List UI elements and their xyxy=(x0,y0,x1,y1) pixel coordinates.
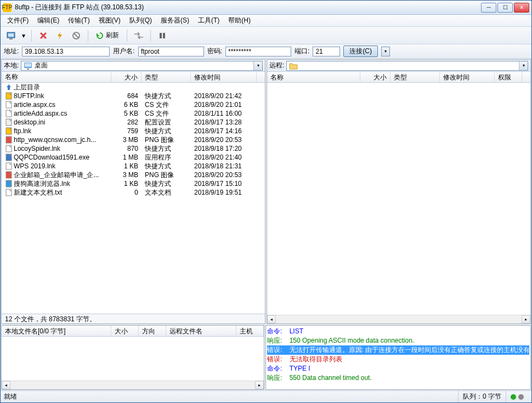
queue-body[interactable] xyxy=(2,337,264,381)
log-line: 命令: LIST xyxy=(267,327,529,336)
menu-item[interactable]: 队列(Q) xyxy=(125,15,156,26)
menu-item[interactable]: 文件(F) xyxy=(3,15,33,26)
list-item[interactable]: http_www.qcnsw.com_jc.h...3 MBPNG 图像2018… xyxy=(2,135,265,144)
list-item[interactable]: articleAdd.aspx.cs5 KBCS 文件2018/1/11 16:… xyxy=(2,109,265,118)
parent-dir-row[interactable]: 上层目录 xyxy=(2,83,265,92)
file-type: 文本文档 xyxy=(142,188,191,197)
col-date-header[interactable]: 修改时间 xyxy=(191,72,257,82)
reconnect-button[interactable] xyxy=(53,29,67,43)
scroll-right-button[interactable]: ▸ xyxy=(522,315,530,323)
dropdown-toggle[interactable]: ▾ xyxy=(20,29,27,43)
log-line: 命令: TYPE I xyxy=(267,364,529,373)
port-label: 端口: xyxy=(295,47,309,56)
list-item[interactable]: article.aspx.cs6 KBCS 文件2018/9/20 21:01 xyxy=(2,100,265,109)
connection-leds xyxy=(506,391,528,402)
site-manager-button[interactable] xyxy=(4,29,18,43)
address-input[interactable] xyxy=(22,47,110,56)
col-size-header[interactable]: 大小 xyxy=(360,72,390,82)
local-path-label: 本地: xyxy=(4,61,19,70)
file-date: 2018/9/20 20:53 xyxy=(191,171,257,179)
list-item[interactable]: LocoySpider.lnk870快捷方式2018/9/18 17:20 xyxy=(2,144,265,153)
connect-dropdown[interactable]: ▾ xyxy=(381,47,390,56)
local-path-combo[interactable]: 桌面 ▾ xyxy=(21,61,263,71)
file-size: 759 xyxy=(111,127,142,135)
svg-rect-13 xyxy=(6,128,12,134)
menu-item[interactable]: 传输(T) xyxy=(64,15,94,26)
file-type: 应用程序 xyxy=(142,153,191,162)
col-type-header[interactable]: 类型 xyxy=(390,72,440,82)
remote-list-body[interactable] xyxy=(267,83,530,315)
disconnect-button[interactable] xyxy=(36,29,50,43)
col-name-header[interactable]: 名称 xyxy=(267,72,360,82)
menu-item[interactable]: 编辑(E) xyxy=(33,15,64,26)
remote-hscroll[interactable]: ◂ ▸ xyxy=(267,315,530,323)
queue-hscroll[interactable]: ◂ ▸ xyxy=(2,381,264,389)
scroll-right-button[interactable]: ▸ xyxy=(255,381,264,389)
refresh-button[interactable]: 刷新 xyxy=(93,29,122,43)
svg-rect-16 xyxy=(6,154,12,161)
list-item[interactable]: 搜狗高速浏览器.lnk1 KB快捷方式2018/9/17 15:10 xyxy=(2,179,265,188)
menu-item[interactable]: 工具(T) xyxy=(194,15,224,26)
port-input[interactable] xyxy=(313,47,340,56)
menu-item[interactable]: 服务器(S) xyxy=(156,15,194,26)
transfer-mode-button[interactable] xyxy=(132,29,146,43)
col-perm-header[interactable]: 权限 xyxy=(495,72,522,82)
log-panel[interactable]: 命令: LIST响应: 150 Opening ASCII mode data … xyxy=(265,325,531,390)
menu-item[interactable]: 帮助(H) xyxy=(224,15,255,26)
titlebar: FTP 8uftp - 已连接到 新 FTP 站点 (39.108.53.13)… xyxy=(1,1,531,15)
list-item[interactable]: ftp.lnk759快捷方式2018/9/17 14:16 xyxy=(2,127,265,135)
file-size: 684 xyxy=(111,92,142,100)
col-size-header[interactable]: 大小 xyxy=(111,72,142,82)
led-off-icon xyxy=(518,394,524,400)
remote-path-combo[interactable]: ▾ xyxy=(286,61,528,71)
queue-size-header[interactable]: 大小 xyxy=(111,326,139,336)
list-item[interactable]: WPS 2019.lnk1 KB快捷方式2018/9/18 21:31 xyxy=(2,162,265,171)
pass-input[interactable] xyxy=(225,47,291,56)
chevron-down-icon[interactable]: ▾ xyxy=(253,61,262,70)
led-on-icon xyxy=(511,394,516,400)
abort-button[interactable] xyxy=(69,29,83,43)
local-list-header: 名称 大小 类型 修改时间 xyxy=(2,72,265,83)
user-input[interactable] xyxy=(138,47,204,56)
user-label: 用户名: xyxy=(113,47,134,56)
list-item[interactable]: 8UFTP.lnk684快捷方式2018/9/20 21:42 xyxy=(2,92,265,100)
list-item[interactable]: 新建文本文档.txt0文本文档2018/9/19 19:51 xyxy=(2,188,265,197)
connect-button[interactable]: 连接(C) xyxy=(343,46,378,57)
local-list-body[interactable]: 上层目录 8UFTP.lnk684快捷方式2018/9/20 21:42arti… xyxy=(2,83,265,314)
scroll-left-button[interactable]: ◂ xyxy=(267,315,276,323)
queue-host-header[interactable]: 主机 xyxy=(236,326,264,336)
queue-remote-header[interactable]: 远程文件名 xyxy=(166,326,236,336)
pause-button[interactable] xyxy=(155,29,169,43)
folder-icon xyxy=(289,62,298,70)
refresh-icon xyxy=(96,32,104,39)
close-button[interactable]: ✕ xyxy=(514,3,529,13)
file-date: 2018/9/18 17:20 xyxy=(191,145,257,152)
log-line: 响应: 550 Data channel timed out. xyxy=(267,373,529,383)
list-item[interactable]: 企业邮箱_企业邮箱申请_企...3 MBPNG 图像2018/9/20 20:5… xyxy=(2,171,265,179)
col-date-header[interactable]: 修改时间 xyxy=(440,72,495,82)
file-name: 8UFTP.lnk xyxy=(14,92,44,100)
svg-rect-8 xyxy=(27,69,29,70)
file-icon xyxy=(5,171,13,179)
queue-dir-header[interactable]: 方向 xyxy=(139,326,166,336)
file-type: 快捷方式 xyxy=(142,92,191,101)
file-icon xyxy=(5,136,13,144)
stop-icon xyxy=(72,31,81,40)
log-line: 响应: 150 Opening ASCII mode data connecti… xyxy=(267,336,529,345)
menu-item[interactable]: 视图(V) xyxy=(94,15,125,26)
file-name: http_www.qcnsw.com_jc.h... xyxy=(14,136,96,144)
file-name: LocoySpider.lnk xyxy=(14,145,60,152)
col-name-header[interactable]: 名称 xyxy=(2,72,111,82)
minimize-button[interactable]: ─ xyxy=(481,3,496,13)
file-icon xyxy=(5,101,13,109)
col-type-header[interactable]: 类型 xyxy=(142,72,191,82)
svg-rect-4 xyxy=(160,33,162,38)
queue-name-header[interactable]: 本地文件名[0/0 字节] xyxy=(2,326,111,336)
list-item[interactable]: QQPCDownload1591.exe1 MB应用程序2018/9/20 21… xyxy=(2,153,265,162)
file-date: 2018/1/11 16:00 xyxy=(191,110,257,117)
list-item[interactable]: desktop.ini282配置设置2018/9/17 13:28 xyxy=(2,118,265,127)
chevron-down-icon[interactable]: ▾ xyxy=(519,61,528,70)
scroll-left-button[interactable]: ◂ xyxy=(2,381,10,389)
queue-status: 队列：0 字节 xyxy=(458,391,506,402)
maximize-button[interactable]: ☐ xyxy=(497,3,513,13)
